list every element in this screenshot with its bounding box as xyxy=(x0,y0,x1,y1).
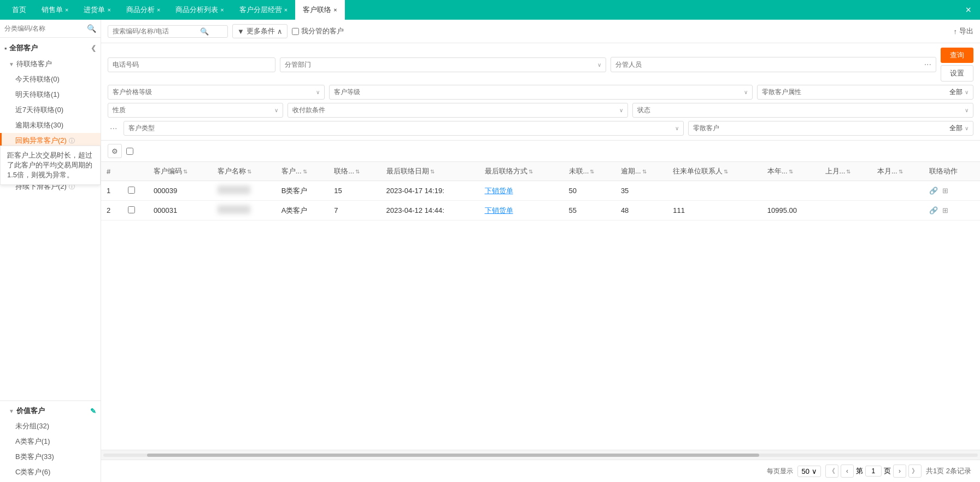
row2-action-grid[interactable]: ⊞ xyxy=(942,206,948,214)
export-btn[interactable]: ↑ 导出 xyxy=(954,26,974,36)
row2-type: A类客户 xyxy=(276,201,329,220)
sidebar-b-customers[interactable]: B类客户(33) xyxy=(0,449,101,464)
filter-manager[interactable]: 分管人员 ··· xyxy=(611,57,936,72)
row2-unlinking: 55 xyxy=(564,201,615,220)
row1-last-date: 2023-04-17 14:19: xyxy=(381,181,479,201)
sidebar-search-input[interactable] xyxy=(4,25,87,32)
set-btn[interactable]: 设置 xyxy=(941,65,973,82)
next-page-btn[interactable]: › xyxy=(893,464,906,478)
tri-icon: ▼ xyxy=(9,61,14,67)
first-page-btn[interactable]: 《 xyxy=(825,464,838,478)
page-number-input[interactable] xyxy=(865,466,882,477)
row1-checkbox[interactable] xyxy=(128,187,135,194)
sidebar-c-customers[interactable]: C类客户(6) xyxy=(0,464,101,480)
scroll-thumb[interactable] xyxy=(147,454,759,457)
filter-price-level[interactable]: 客户价格等级 ∨ xyxy=(108,85,325,100)
nav-customer-tier[interactable]: 客户分层经营 × xyxy=(232,0,295,20)
sidebar: 🔍 ▪ 全部客户 ❮ ▼ 待联络客户 今天待联络(0) 明天待联络(1) xyxy=(0,20,101,482)
sidebar-item-7days[interactable]: 近7天待联络(0) xyxy=(0,102,101,118)
sidebar-item-tomorrow[interactable]: 明天待联络(1) xyxy=(0,87,101,102)
row2-last-method[interactable]: 下销货单 xyxy=(479,201,564,220)
repurchase-info-icon: ⓘ xyxy=(69,137,75,145)
col-unlinking: 未联...⇅ xyxy=(564,162,615,181)
row2-action-link[interactable]: 🔗 xyxy=(929,206,938,214)
customer-level-arrow: ∨ xyxy=(744,89,748,95)
top-nav: 首页 销售单 × 进货单 × 商品分析 × 商品分析列表 × 客户分层经营 × … xyxy=(0,0,980,20)
my-customer-checkbox[interactable] xyxy=(292,28,299,35)
filter-retail-customer[interactable]: 零散客户 全部 ∨ xyxy=(688,121,973,136)
filter-search-box[interactable]: 🔍 xyxy=(108,25,228,38)
sidebar-bottom: ▼ 价值客户 ✎ 未分组(32) A类客户(1) B类客户(33) C类客户(6… xyxy=(0,400,101,482)
nav-sales[interactable]: 销售单 × xyxy=(34,0,76,20)
row1-last-month xyxy=(820,181,872,201)
nav-close-customer-contact[interactable]: × xyxy=(333,7,337,13)
filter-icon: ▼ xyxy=(237,27,244,36)
pagination: 每页显示 50 ∨ 《 ‹ 第 页 › 》 共1页 2条记录 xyxy=(101,460,980,482)
table-settings-btn[interactable]: ⚙ xyxy=(108,144,122,158)
filter-payment[interactable]: 收付款条件 ∨ xyxy=(287,103,629,118)
nav-home[interactable]: 首页 xyxy=(4,0,34,20)
filter-customer-type[interactable]: 客户类型 ∨ xyxy=(124,121,684,136)
prev-page-btn[interactable]: ‹ xyxy=(841,464,854,478)
filter-phone[interactable]: 电话号码 xyxy=(108,57,275,72)
nav-close-purchase[interactable]: × xyxy=(107,7,110,13)
window-close-btn[interactable]: × xyxy=(961,4,976,16)
filter-status[interactable]: 状态 ∨ xyxy=(632,103,973,118)
per-page-select[interactable]: 50 ∨ xyxy=(797,466,820,477)
row1-check[interactable] xyxy=(122,181,148,201)
sidebar-ungroup[interactable]: 未分组(32) xyxy=(0,419,101,434)
value-section-header[interactable]: ▼ 价值客户 ✎ xyxy=(0,403,101,419)
sidebar-item-overdue[interactable]: 逾期未联络(30) xyxy=(0,118,101,133)
row1-actions[interactable]: 🔗 ⊞ xyxy=(924,181,980,201)
advanced-filter: 电话号码 分管部门 ∨ 分管人员 ··· 查询 设置 xyxy=(101,43,980,141)
nature-arrow: ∨ xyxy=(274,107,278,113)
scroll-track[interactable] xyxy=(103,454,978,457)
nav-product-analysis-list[interactable]: 商品分析列表 × xyxy=(168,0,231,20)
filter-customer-level[interactable]: 客户等级 ∨ xyxy=(329,85,753,100)
sidebar-a-customers[interactable]: A类客户(1) xyxy=(0,434,101,449)
row1-action-link[interactable]: 🔗 xyxy=(929,187,938,195)
col-related-contact: 往来单位联系人⇅ xyxy=(667,162,762,181)
col-this-month: 本月...⇅ xyxy=(872,162,924,181)
nav-close-product-analysis-list[interactable]: × xyxy=(220,7,224,13)
table-area: ⚙ # 客户编码⇅ 客户名称⇅ 客户...⇅ 联络...⇅ 最后联络日期⇅ xyxy=(101,141,980,482)
value-edit-icon[interactable]: ✎ xyxy=(90,407,96,415)
row1-unlinking: 50 xyxy=(564,181,615,201)
sidebar-item-today[interactable]: 今天待联络(0) xyxy=(0,72,101,87)
filter-bar: 🔍 ▼ 更多条件 ∧ 我分管的客户 ↑ 导出 xyxy=(101,20,980,43)
row2-checkbox[interactable] xyxy=(128,206,135,213)
more-conditions-btn[interactable]: ▼ 更多条件 ∧ xyxy=(232,24,287,38)
row1-code: 000039 xyxy=(148,181,212,201)
filter-retail-attr[interactable]: 零散客户属性 全部 ∨ xyxy=(757,85,974,100)
chevron-icon: ∧ xyxy=(277,27,283,36)
row4-dots[interactable]: ··· xyxy=(108,124,119,133)
filter-nature[interactable]: 性质 ∨ xyxy=(108,103,283,118)
query-btn[interactable]: 查询 xyxy=(941,48,973,63)
horizontal-scrollbar[interactable] xyxy=(101,450,980,460)
pending-section-header[interactable]: ▼ 待联络客户 xyxy=(0,56,101,72)
my-customer-checkbox-area[interactable]: 我分管的客户 xyxy=(292,26,344,36)
filter-dept[interactable]: 分管部门 ∨ xyxy=(280,57,606,72)
nav-close-customer-tier[interactable]: × xyxy=(284,7,287,13)
col-index: # xyxy=(101,162,122,181)
nav-purchase[interactable]: 进货单 × xyxy=(76,0,118,20)
nav-product-analysis[interactable]: 商品分析 × xyxy=(119,0,168,20)
row2-actions[interactable]: 🔗 ⊞ xyxy=(924,201,980,220)
col-last-month: 上月...⇅ xyxy=(820,162,872,181)
table-wrapper[interactable]: # 客户编码⇅ 客户名称⇅ 客户...⇅ 联络...⇅ 最后联络日期⇅ 最后联络… xyxy=(101,162,980,450)
row1-action-grid[interactable]: ⊞ xyxy=(942,187,948,195)
nav-customer-contact[interactable]: 客户联络 × xyxy=(295,0,344,20)
row1-last-method[interactable]: 下销货单 xyxy=(479,181,564,201)
last-page-btn[interactable]: 》 xyxy=(908,464,922,478)
nav-close-product-analysis[interactable]: × xyxy=(157,7,160,13)
filter-search-input[interactable] xyxy=(113,27,200,35)
row2-check[interactable] xyxy=(122,201,148,220)
row2-this-month xyxy=(872,201,924,220)
col-code: 客户编码⇅ xyxy=(148,162,212,181)
nav-close-sales[interactable]: × xyxy=(65,7,68,13)
row1-name xyxy=(212,181,276,201)
sidebar-tree: ▪ 全部客户 ❮ ▼ 待联络客户 今天待联络(0) 明天待联络(1) 近7天待联… xyxy=(0,38,101,400)
sidebar-all-customers[interactable]: ▪ 全部客户 ❮ xyxy=(0,40,101,56)
collapse-icon[interactable]: ❮ xyxy=(91,44,96,52)
table-select-all[interactable] xyxy=(126,148,133,155)
